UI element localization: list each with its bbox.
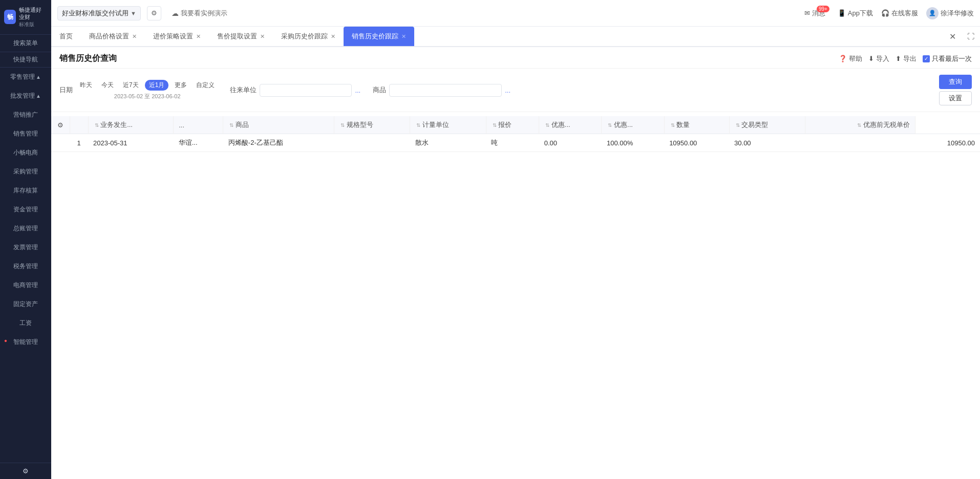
tab-close-price-extract[interactable]: ✕	[260, 33, 265, 40]
th-discount1[interactable]: ⇅ 优惠...	[539, 116, 602, 134]
date-btn-yesterday[interactable]: 昨天	[77, 80, 95, 91]
tab-close-product-price[interactable]: ✕	[132, 33, 137, 40]
only-last-checkbox[interactable]: ✓ 只看最后一次	[923, 54, 972, 63]
import-icon: ⬇	[868, 55, 874, 62]
tab-close-sales-history[interactable]: ✕	[401, 33, 406, 40]
row-discount2: 10950.00	[664, 134, 729, 152]
app-download-button[interactable]: 📱 App下载	[838, 9, 873, 18]
sidebar-menu: 零售管理 ▲ 批发管理 ▲ 营销推广 销售管理 小畅电商 采购管理 库存核算 资…	[0, 68, 51, 463]
user-profile-button[interactable]: 👤 徐泽华修改	[926, 7, 974, 19]
th-qty[interactable]: ⇅ 数量	[664, 116, 729, 134]
filter-bar: 日期 昨天 今天 近7天 近1月 更多 自定义 2023-05-02 至 202…	[51, 69, 980, 112]
window-controls: ✕ ⛶	[943, 27, 980, 46]
settings-button[interactable]: 设置	[939, 91, 972, 105]
from-unit-filter-group: 往来单位 ...	[230, 84, 360, 97]
date-btn-today[interactable]: 今天	[98, 80, 117, 91]
sidebar-search[interactable]: 搜索菜单	[0, 35, 51, 52]
sort-icon: ⇅	[95, 122, 99, 128]
import-button[interactable]: ⬇ 导入	[868, 54, 889, 63]
sort-icon: ⇅	[416, 122, 420, 128]
row-qty: 30.00	[729, 134, 805, 152]
sidebar-item-smart[interactable]: ● 智能管理	[0, 333, 51, 352]
th-pretax-price[interactable]: ⇅ 优惠前无税单价	[805, 116, 915, 134]
message-icon: ✉	[804, 9, 810, 17]
row-price: 0.00	[539, 134, 602, 152]
date-btn-7days[interactable]: 近7天	[120, 80, 142, 91]
th-discount2[interactable]: ⇅ 优惠...	[602, 116, 664, 134]
sidebar-item-sales[interactable]: 销售管理	[0, 124, 51, 143]
sidebar-quick-nav[interactable]: 快捷导航	[0, 52, 51, 68]
date-range-display: 2023-05-02 至 2023-06-02	[114, 93, 181, 100]
sidebar-item-invoice[interactable]: 发票管理	[0, 238, 51, 257]
row-gear[interactable]	[51, 134, 70, 152]
help-icon: ❓	[839, 55, 847, 62]
th-price[interactable]: ⇅ 报价	[486, 116, 539, 134]
cloud-icon: ☁	[172, 9, 179, 17]
from-unit-input[interactable]	[260, 84, 352, 97]
tab-home[interactable]: 首页	[51, 27, 81, 47]
tab-product-price[interactable]: 商品价格设置 ✕	[81, 27, 145, 47]
sidebar-logo: 畅 畅捷通好业财 标准版	[0, 0, 51, 35]
phone-icon: 📱	[838, 9, 846, 17]
date-options: 昨天 今天 近7天 近1月 更多 自定义 2023-05-02 至 2023-0…	[77, 80, 218, 100]
tab-purchase-strategy[interactable]: 进价策略设置 ✕	[145, 27, 209, 47]
th-settings[interactable]: ⚙	[51, 116, 70, 134]
date-btn-1month[interactable]: 近1月	[145, 80, 169, 91]
workspace-arrow-icon: ▼	[131, 10, 136, 16]
row-spec	[334, 134, 410, 152]
date-btn-more[interactable]: 更多	[172, 80, 190, 91]
workspace-settings-button[interactable]: ⚙	[147, 6, 161, 20]
th-more[interactable]: ...	[174, 116, 223, 134]
row-measure: 吨	[486, 134, 539, 152]
tab-price-extract[interactable]: 售价提取设置 ✕	[209, 27, 273, 47]
product-more-button[interactable]: ...	[505, 86, 510, 94]
row-product: 丙烯酸-2-乙基己酯	[223, 134, 334, 152]
th-trade-type[interactable]: ⇅ 交易类型	[729, 116, 805, 134]
query-button[interactable]: 查询	[939, 75, 972, 89]
tab-sales-history[interactable]: 销售历史价跟踪 ✕	[344, 27, 414, 47]
th-date[interactable]: ⇅ 业务发生...	[88, 116, 174, 134]
tab-close-purchase-strategy[interactable]: ✕	[196, 33, 201, 40]
message-button[interactable]: ✉ 消息 99+	[804, 9, 825, 18]
topbar-right: ✉ 消息 99+ 📱 App下载 🎧 在线客服 👤 徐泽华修改	[804, 7, 974, 19]
export-button[interactable]: ⬆ 导出	[896, 54, 917, 63]
sidebar-item-payroll[interactable]: 工资	[0, 314, 51, 333]
sidebar-settings-icon[interactable]: ⚙	[0, 463, 51, 479]
sidebar-item-ledger[interactable]: 总账管理	[0, 219, 51, 238]
from-unit-label: 往来单位	[230, 85, 257, 95]
sidebar-item-wholesale[interactable]: 批发管理 ▲	[0, 86, 51, 105]
th-spec[interactable]: ⇅ 规格型号	[334, 116, 410, 134]
export-icon: ⬆	[896, 55, 901, 62]
sidebar-item-purchase[interactable]: 采购管理	[0, 162, 51, 181]
sidebar-item-ecommerce-small[interactable]: 小畅电商	[0, 143, 51, 162]
help-button[interactable]: ❓ 帮助	[839, 54, 862, 63]
product-label: 商品	[373, 85, 386, 95]
tab-purchase-history[interactable]: 采购历史价跟踪 ✕	[273, 27, 344, 47]
date-btn-custom[interactable]: 自定义	[193, 80, 218, 91]
from-unit-more-button[interactable]: ...	[355, 86, 360, 94]
date-row1: 昨天 今天 近7天 近1月 更多 自定义	[77, 80, 218, 91]
date-label: 日期	[59, 85, 73, 95]
product-filter-group: 商品 ...	[373, 84, 510, 97]
sidebar-item-ecommerce[interactable]: 电商管理	[0, 276, 51, 295]
product-input[interactable]	[389, 84, 502, 97]
window-maximize-button[interactable]: ⛶	[962, 27, 980, 46]
headset-icon: 🎧	[881, 9, 889, 17]
row-more[interactable]: 华谊...	[174, 134, 223, 152]
th-product[interactable]: ⇅ 商品	[223, 116, 334, 134]
sidebar-item-assets[interactable]: 固定资产	[0, 295, 51, 314]
sidebar-item-inventory[interactable]: 库存核算	[0, 181, 51, 200]
sidebar-item-finance[interactable]: 资金管理	[0, 200, 51, 219]
sidebar-item-marketing[interactable]: 营销推广	[0, 105, 51, 124]
sort-icon: ⇅	[857, 122, 861, 128]
th-unit[interactable]: ⇅ 计量单位	[410, 116, 486, 134]
row-unit: 散水	[410, 134, 486, 152]
message-badge: 99+	[817, 6, 829, 12]
sidebar-item-retail[interactable]: 零售管理 ▲	[0, 68, 51, 86]
tab-close-purchase-history[interactable]: ✕	[331, 33, 335, 40]
workspace-selector[interactable]: 好业财标准版交付试用 ▼	[57, 6, 141, 20]
sidebar-item-tax[interactable]: 税务管理	[0, 257, 51, 276]
demo-button[interactable]: ☁ 我要看实例演示	[172, 9, 227, 18]
online-service-button[interactable]: 🎧 在线客服	[881, 9, 918, 18]
window-close-button[interactable]: ✕	[943, 27, 962, 46]
